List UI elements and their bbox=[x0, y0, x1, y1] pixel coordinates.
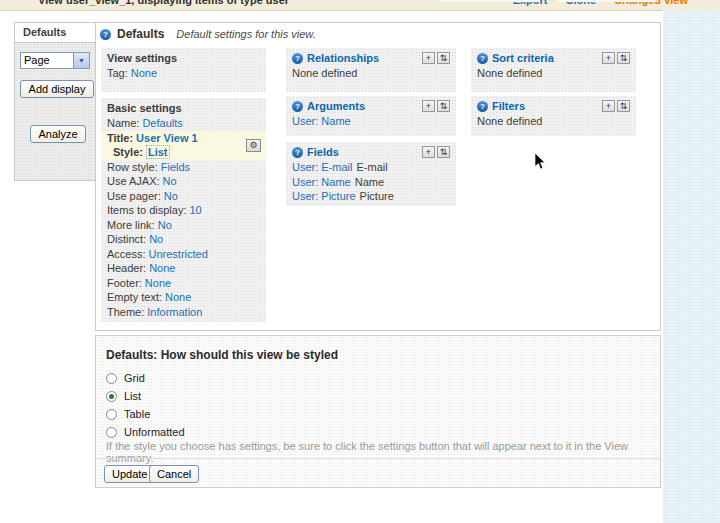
add-icon[interactable]: + bbox=[422, 100, 435, 112]
display-type-select[interactable]: Page ▼ bbox=[20, 52, 90, 69]
help-icon[interactable]: ? bbox=[292, 147, 303, 158]
radio-button[interactable] bbox=[106, 391, 117, 402]
setting-row-distinct: Distinct:No bbox=[107, 232, 260, 247]
help-icon[interactable]: ? bbox=[292, 53, 303, 64]
setting-row-ajax: Use AJAX:No bbox=[107, 174, 260, 189]
radio-option-grid[interactable]: Grid bbox=[106, 372, 145, 384]
rearrange-icon[interactable]: ⇅ bbox=[437, 52, 450, 64]
cancel-button[interactable]: Cancel bbox=[149, 465, 199, 483]
arguments-box: ? Arguments + ⇅ User: Name bbox=[286, 96, 456, 136]
setting-row-rowstyle: Row style:Fields bbox=[107, 160, 260, 175]
sort-criteria-empty: None defined bbox=[477, 66, 630, 81]
add-icon[interactable]: + bbox=[422, 52, 435, 64]
analyze-button[interactable]: Analyze bbox=[30, 125, 86, 143]
tab-defaults[interactable]: Defaults bbox=[14, 22, 96, 42]
radio-label: Grid bbox=[124, 372, 145, 384]
argument-item: User: Name bbox=[292, 114, 450, 129]
radio-button[interactable] bbox=[106, 373, 117, 384]
setting-row-morelink: More link:No bbox=[107, 218, 260, 233]
rearrange-icon[interactable]: ⇅ bbox=[617, 100, 630, 112]
style-value-link[interactable]: List bbox=[146, 145, 170, 159]
add-icon[interactable]: + bbox=[602, 100, 615, 112]
theme-value-link[interactable]: Information bbox=[147, 306, 202, 318]
filters-title-link[interactable]: Filters bbox=[492, 100, 525, 112]
argument-user-name-link[interactable]: User: Name bbox=[292, 115, 351, 127]
arguments-title-link[interactable]: Arguments bbox=[307, 100, 365, 112]
summary-header: ? Defaults Default settings for this vie… bbox=[100, 27, 316, 41]
display-type-select-value: Page bbox=[24, 54, 50, 66]
empty-value-link[interactable]: None bbox=[165, 291, 191, 303]
add-icon[interactable]: + bbox=[602, 52, 615, 64]
field-email-link[interactable]: User: E-mail bbox=[292, 161, 353, 173]
summary-description: Default settings for this view. bbox=[176, 28, 315, 40]
sort-criteria-title-link[interactable]: Sort criteria bbox=[492, 52, 554, 64]
setting-row-pager: Use pager:No bbox=[107, 189, 260, 204]
add-icon[interactable]: + bbox=[422, 146, 435, 158]
chevron-down-icon: ▼ bbox=[73, 53, 89, 68]
rowstyle-value-link[interactable]: Fields bbox=[161, 161, 190, 173]
field-item-name: User: NameName bbox=[292, 175, 450, 190]
divider bbox=[96, 458, 660, 459]
basic-settings-title: Basic settings bbox=[107, 102, 182, 114]
radio-option-list[interactable]: List bbox=[106, 390, 141, 402]
footer-value-link[interactable]: None bbox=[145, 277, 171, 289]
field-item-email: User: E-mailE-mail bbox=[292, 160, 450, 175]
setting-row-theme: Theme:Information bbox=[107, 305, 260, 320]
basic-settings-box: Basic settings Name:Defaults Title:User … bbox=[101, 98, 266, 322]
field-name-link[interactable]: User: Name bbox=[292, 176, 351, 188]
rearrange-icon[interactable]: ⇅ bbox=[617, 52, 630, 64]
help-icon[interactable]: ? bbox=[100, 29, 111, 40]
setting-row-footer: Footer:None bbox=[107, 276, 260, 291]
summary-title: Defaults bbox=[117, 27, 164, 41]
radio-button[interactable] bbox=[106, 409, 117, 420]
access-value-link[interactable]: Unrestricted bbox=[149, 248, 208, 260]
radio-option-table[interactable]: Table bbox=[106, 408, 150, 420]
name-value-link[interactable]: Defaults bbox=[142, 117, 182, 129]
rearrange-icon[interactable]: ⇅ bbox=[437, 100, 450, 112]
pager-value-link[interactable]: No bbox=[164, 190, 178, 202]
relationships-title-link[interactable]: Relationships bbox=[307, 52, 379, 64]
style-form-heading: Defaults: How should this view be styled bbox=[106, 348, 338, 362]
filters-box: ? Filters + ⇅ None defined bbox=[471, 96, 636, 136]
sort-criteria-box: ? Sort criteria + ⇅ None defined bbox=[471, 48, 636, 92]
views-edit-screen: View user_view_1, displaying items of ty… bbox=[0, 0, 720, 523]
ajax-value-link[interactable]: No bbox=[163, 175, 177, 187]
radio-label: Unformatted bbox=[124, 426, 185, 438]
add-display-button[interactable]: Add display bbox=[20, 80, 94, 98]
setting-row-access: Access:Unrestricted bbox=[107, 247, 260, 262]
radio-option-unformatted[interactable]: Unformatted bbox=[106, 426, 185, 438]
update-button[interactable]: Update bbox=[104, 465, 155, 483]
setting-row-name: Name:Defaults bbox=[107, 116, 260, 131]
filters-empty: None defined bbox=[477, 114, 630, 129]
view-title: View user_view_1, displaying items of ty… bbox=[38, 0, 289, 6]
setting-row-style: Style:List bbox=[101, 145, 266, 160]
header-value-link[interactable]: None bbox=[149, 262, 175, 274]
radio-button[interactable] bbox=[106, 427, 117, 438]
cropped-toolbar-fragment bbox=[558, 0, 656, 2]
distinct-value-link[interactable]: No bbox=[149, 233, 163, 245]
style-settings-gear-button[interactable]: ⚙ bbox=[246, 139, 261, 152]
field-picture-link[interactable]: User: Picture bbox=[292, 190, 356, 202]
setting-row-items: Items to display:10 bbox=[107, 203, 260, 218]
view-settings-box: View settings Tag:None bbox=[101, 48, 266, 92]
view-summary: ? Defaults Default settings for this vie… bbox=[95, 22, 661, 331]
fields-box: ? Fields + ⇅ User: E-mailE-mail User: Na… bbox=[286, 142, 456, 206]
items-value-link[interactable]: 10 bbox=[189, 204, 201, 216]
help-icon[interactable]: ? bbox=[292, 101, 303, 112]
fields-title-link[interactable]: Fields bbox=[307, 146, 339, 158]
setting-row-title: Title:User View 1 bbox=[101, 131, 266, 146]
cropped-toolbar-fragment bbox=[440, 0, 540, 2]
help-icon[interactable]: ? bbox=[477, 101, 488, 112]
setting-row-empty: Empty text:None bbox=[107, 290, 260, 305]
display-sidebar: Page ▼ Add display Analyze bbox=[14, 42, 96, 181]
radio-label: List bbox=[124, 390, 141, 402]
view-settings-title: View settings bbox=[107, 52, 177, 64]
morelink-value-link[interactable]: No bbox=[158, 219, 172, 231]
page-background bbox=[663, 10, 720, 523]
title-value-link[interactable]: User View 1 bbox=[136, 132, 198, 144]
relationships-empty: None defined bbox=[292, 66, 450, 81]
help-icon[interactable]: ? bbox=[477, 53, 488, 64]
setting-row-header: Header:None bbox=[107, 261, 260, 276]
tag-value-link[interactable]: None bbox=[131, 67, 157, 79]
rearrange-icon[interactable]: ⇅ bbox=[437, 146, 450, 158]
